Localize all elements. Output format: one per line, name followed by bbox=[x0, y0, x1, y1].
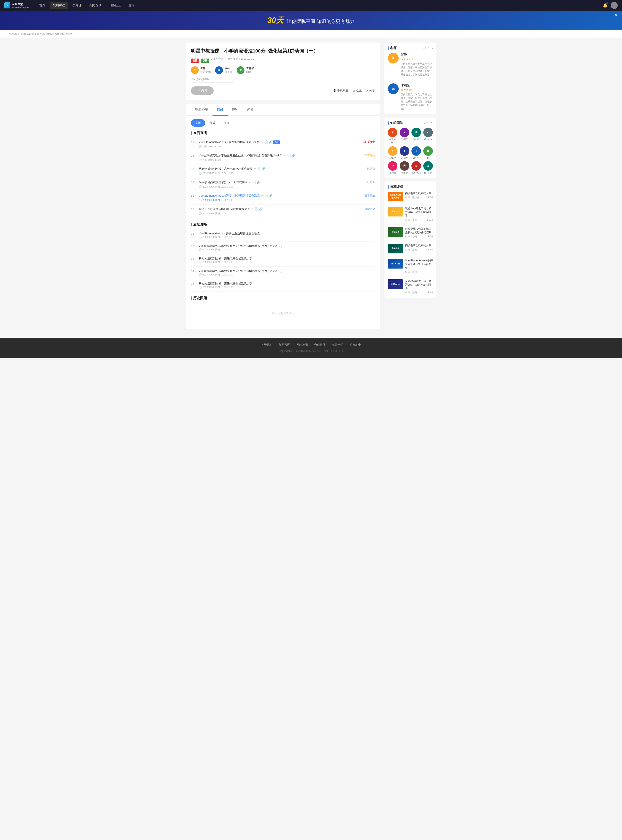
nav-home[interactable]: 首页 bbox=[36, 2, 49, 9]
buy-button[interactable]: 已购买 bbox=[191, 86, 213, 95]
classmate-name-4: Charles bbox=[424, 138, 432, 141]
edit-icon-5[interactable]: ✏ bbox=[261, 194, 264, 197]
lesson-title-row-4: Java项目面试实操 提升大厂面试成功率 ✏ 📄 🔗 bbox=[199, 180, 364, 184]
teacher-avatar-2: 凌 bbox=[215, 66, 223, 74]
upcoming-item-3: 03 从Java后端到全栈，高级电商全栈系统大课 🕐 2020/02/26 周四… bbox=[191, 254, 375, 267]
doc-icon-2[interactable]: 📄 bbox=[287, 154, 291, 157]
classmate-avatar-7: 1 bbox=[412, 146, 421, 156]
sub-tab-face[interactable]: 面接 bbox=[220, 119, 234, 127]
teacher-info-2: 凌荷 班主任 bbox=[225, 67, 232, 74]
footer-link-about[interactable]: 关于我们 bbox=[261, 343, 272, 347]
mobile-watch-label: 手机观看 bbox=[337, 89, 348, 92]
course-teachers: 罗 罗静 主讲老师 凌 凌荷 班主任 bbox=[191, 66, 375, 74]
lesson-status-5[interactable]: 查看回放 bbox=[364, 194, 375, 197]
collect-btn[interactable]: ☆ 收藏 bbox=[353, 89, 362, 92]
tab-qa[interactable]: 问答 bbox=[243, 104, 258, 116]
upcoming-title-4: Vue全家桶实战 从零独立开发企业级小米电商系统(免费升级Vue3.0) bbox=[199, 269, 375, 273]
lesson-status-1[interactable]: 📊 直播中 bbox=[363, 140, 375, 144]
edit-icon-1[interactable]: ✏ bbox=[261, 141, 264, 144]
footer-link-agent[interactable]: 加盟代理 bbox=[279, 343, 290, 347]
breadcrumb-link-2[interactable]: 新媒体营销系列 bbox=[21, 32, 39, 35]
sidebar-teacher-avatar-2: 宋 bbox=[388, 83, 399, 94]
tab-catalog[interactable]: 目录 bbox=[212, 104, 228, 116]
lesson-title-4: Java项目面试实操 提升大厂面试成功率 bbox=[199, 180, 247, 184]
sub-tab-live[interactable]: 直播 bbox=[191, 119, 205, 127]
lesson-status-6[interactable]: 查看回放 bbox=[364, 207, 375, 211]
logo[interactable]: ☁ 云朵课堂 yunduoketang.com bbox=[4, 2, 30, 8]
footer: 关于我们 加盟代理 网站地图 合作伙伴 免责声明 招资纳士 Copyright©… bbox=[0, 338, 622, 358]
footer-link-sitemap[interactable]: 网站地图 bbox=[297, 343, 308, 347]
lesson-status-3: 已结束 bbox=[367, 167, 375, 171]
link-icon-2[interactable]: 🔗 bbox=[292, 154, 295, 157]
link-icon-5[interactable]: 🔗 bbox=[269, 194, 272, 197]
lesson-time-4: 🕐 2020/02/26 周四 10:00-11:00 bbox=[199, 185, 364, 188]
rec-item-3[interactable]: 前端全栈 前端全栈加强版！前端全栈+全周期+多组应用 讲师：岱田 ♟ 56 bbox=[388, 227, 433, 241]
share-btn[interactable]: ↗ 分享 bbox=[366, 89, 375, 92]
lesson-time-text-2: 今日 10:00-11:00 bbox=[203, 158, 221, 162]
nav-more[interactable]: ... bbox=[139, 2, 148, 9]
link-icon-1[interactable]: 🔗 bbox=[269, 141, 272, 144]
upcoming-num-4: 04 bbox=[191, 270, 196, 273]
user-avatar[interactable] bbox=[611, 2, 618, 9]
doc-icon-5[interactable]: 📄 bbox=[265, 194, 268, 197]
footer-link-recruit[interactable]: 招资纳士 bbox=[350, 343, 361, 347]
footer-link-partner[interactable]: 合作伙伴 bbox=[314, 343, 325, 347]
rec-item-4[interactable]: 高级电商 高级电商全线系统大课 讲师：冷峰 ♟ 46 bbox=[388, 244, 433, 256]
doc-icon-6[interactable]: 📄 bbox=[255, 208, 258, 211]
rec-item-2[interactable]: 玩转Java 玩转Java开发工具，精通JUC，成为开发多面手 讲师：王峰 ♟ … bbox=[388, 207, 433, 225]
link-icon-6[interactable]: 🔗 bbox=[259, 208, 263, 211]
nav-discover[interactable]: 发现课程 bbox=[50, 2, 68, 9]
classmate-avatar-3: 张 bbox=[412, 128, 421, 137]
course-actions: 已购买 📱 手机观看 ☆ 收藏 ↗ 分享 bbox=[191, 86, 375, 95]
classmate-5: 1 1767** bbox=[388, 146, 398, 159]
edit-icon-2[interactable]: ✏ bbox=[284, 154, 287, 157]
classmate-avatar-2: 1 bbox=[400, 128, 409, 137]
lesson-icons-3: ✏ 📄 🔗 bbox=[254, 167, 265, 171]
classmates-header: 你的同学 ↻ 换一换 bbox=[388, 121, 433, 125]
prev-teacher-btn[interactable]: ‹ bbox=[423, 47, 424, 50]
doc-icon-3[interactable]: 📄 bbox=[257, 167, 261, 171]
nav-news[interactable]: 新闻资讯 bbox=[86, 2, 105, 9]
notification-bell[interactable]: 🔔 bbox=[603, 3, 608, 8]
next-teacher-btn[interactable]: › bbox=[432, 47, 433, 50]
rec-item-1[interactable]: 高级电商全线系统大课 高级电商全线系统大课 讲师：张小锋 ♟ 34 bbox=[388, 192, 433, 204]
refresh-classmates-btn[interactable]: ↻ 换一换 bbox=[423, 121, 433, 125]
footer-link-disclaimer[interactable]: 免责声明 bbox=[332, 343, 343, 347]
teacher-page: 1 / 10 bbox=[425, 47, 431, 50]
banner-close-button[interactable]: ✕ bbox=[614, 13, 618, 18]
lesson-time-2: 🕐 今日 10:00-11:00 bbox=[199, 158, 362, 162]
course-tags: 直播 录播 246人已学习 · 有效期至：2019-10-21 bbox=[191, 57, 375, 64]
rec-teacher-6: 讲师：岱田 bbox=[405, 291, 417, 294]
tab-review[interactable]: 评论 bbox=[228, 104, 243, 116]
rec-item-6[interactable]: 玩转Java 玩转Java开发工具，精通JUC，成为开发多面手 讲师：岱田 ♟ … bbox=[388, 279, 433, 294]
edit-icon-3[interactable]: ✏ bbox=[254, 167, 256, 171]
link-icon-4[interactable]: 🔗 bbox=[257, 180, 260, 184]
upcoming-body-5: 从Java后端到全栈，高级电商全栈系统大课 🕐 2020/02/26 周四 10… bbox=[199, 282, 375, 289]
lesson-item-2: 02 Vue全家桶实战 从零独立开发企业级小米电商系统(免费升级Vue3.0) … bbox=[191, 151, 375, 164]
teacher-item-1: 罗 罗静 主讲老师 bbox=[191, 66, 211, 74]
rec-students-2: ♟ 123 bbox=[426, 218, 433, 221]
tab-intro[interactable]: 课程介绍 bbox=[191, 104, 212, 116]
rec-teacher-3: 讲师：岱田 bbox=[405, 235, 417, 238]
nav-quiz[interactable]: 题库 bbox=[125, 2, 138, 9]
link-icon-3[interactable]: 🔗 bbox=[262, 167, 265, 171]
sidebar-teacher-info-1: 罗静 ★★★★☆ 国内某重点大学安全工程专业硕士，国家一级注册消防工程师、注册安… bbox=[401, 53, 433, 76]
nav-qa[interactable]: 问答社区 bbox=[105, 2, 124, 9]
lesson-time-6: 🕐 2020/02/26 周四 10:00-11:00 bbox=[199, 212, 362, 215]
edit-icon-4[interactable]: ✏ bbox=[249, 180, 252, 184]
nav-open[interactable]: 公开课 bbox=[69, 2, 85, 9]
rec-item-5[interactable]: Vue Node Vue Element+Node.js开发企业通用管理后台系统… bbox=[388, 259, 433, 276]
breadcrumb-link-1[interactable]: 发现课程 bbox=[9, 32, 19, 35]
lesson-title-row-5: Vue Element+Node.js开发企业通用管理后台系统 ✏ 📄 🔗 bbox=[199, 194, 362, 198]
edit-icon-6[interactable]: ✏ bbox=[252, 208, 254, 211]
doc-icon-4[interactable]: 📄 bbox=[253, 180, 256, 184]
course-meta: 246人已学习 · 有效期至：2019-10-21 bbox=[211, 57, 254, 61]
upcoming-title-2: Vue全家桶实战 从零独立开发企业级小米电商系统(免费升级Vue3.0) bbox=[199, 244, 375, 248]
lesson-icons-6: ✏ 📄 🔗 bbox=[252, 208, 263, 211]
sub-tab-replay[interactable]: 录播 bbox=[205, 119, 220, 127]
mobile-watch-btn[interactable]: 📱 手机观看 bbox=[333, 89, 348, 92]
doc-icon-1[interactable]: 📄 bbox=[265, 141, 268, 144]
classmates-card: 你的同学 ↻ 换一换 化 化学教书... 1 1567** 张 张小 bbox=[384, 118, 436, 178]
lesson-num-3: 03 bbox=[191, 168, 196, 171]
teacher-info-3: 青青平 助教 bbox=[246, 67, 254, 74]
